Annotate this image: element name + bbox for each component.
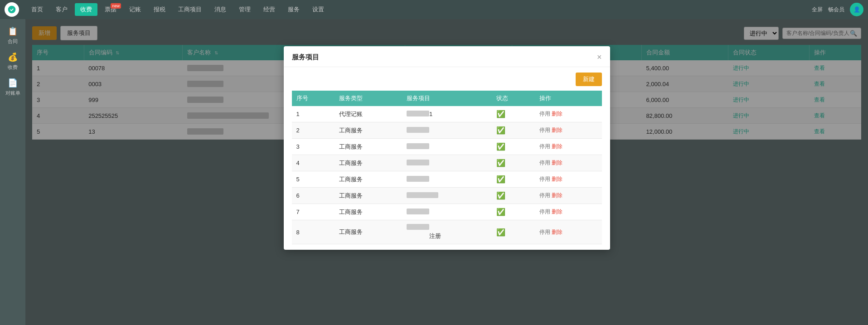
modal-cell-type: 代理记账 (335, 106, 402, 122)
modal-cell-status: ✅ (492, 204, 535, 220)
modal-table-wrap[interactable]: 序号 服务类型 服务项目 状态 操作 1 代理记账 ████11 ✅ 停用 (292, 91, 602, 244)
nav-item-message[interactable]: 消息 (209, 3, 232, 16)
sidebar: 📋 合同 💰 收费 📄 对账单 (0, 19, 25, 325)
sidebar-item-contract-label: 合同 (8, 38, 18, 45)
modal-cell-no: 1 (292, 106, 335, 122)
stop-button[interactable]: 停用 (539, 110, 550, 118)
modal-cell-no: 4 (292, 155, 335, 171)
nav-item-business[interactable]: 经营 (258, 3, 281, 16)
modal-table-row: 6 工商服务 ████████ ✅ 停用 删除 (292, 188, 602, 204)
stop-button[interactable]: 停用 (539, 228, 550, 236)
modal-cell-action[interactable]: 停用 删除 (535, 220, 602, 244)
stop-button[interactable]: 停用 (539, 126, 550, 134)
nav-menu: 首页 客户 收费 票据 new 记账 报税 工商项目 消息 管理 经营 服务 设… (26, 3, 812, 16)
delete-button[interactable]: 删除 (552, 228, 563, 236)
modal-cell-status: ✅ (492, 188, 535, 204)
modal-table-row: 5 工商服务 ████ ✅ 停用 删除 (292, 171, 602, 188)
sidebar-item-charge-label: 收费 (8, 64, 18, 71)
modal-close-button[interactable]: × (597, 53, 602, 62)
modal-toolbar: 新建 (292, 73, 602, 86)
modal-table-row: 3 工商服务 ████ ✅ 停用 删除 (292, 139, 602, 155)
modal-service-table: 序号 服务类型 服务项目 状态 操作 1 代理记账 ████11 ✅ 停用 (292, 91, 602, 244)
sidebar-item-reconcile-label: 对账单 (5, 90, 20, 97)
modal-header: 服务项目 × (284, 46, 610, 67)
modal-body: 新建 序号 服务类型 服务项目 状态 操作 (284, 67, 610, 250)
modal-cell-status: ✅ (492, 122, 535, 139)
nav-item-home[interactable]: 首页 (26, 3, 48, 16)
stop-button[interactable]: 停用 (539, 192, 550, 199)
modal-cell-no: 6 (292, 188, 335, 204)
modal-cell-action[interactable]: 停用 删除 (535, 171, 602, 188)
nav-item-settings[interactable]: 设置 (307, 3, 330, 16)
nav-item-bizproject[interactable]: 工商项目 (173, 3, 207, 16)
modal-cell-type: 工商服务 (335, 122, 402, 139)
delete-button[interactable]: 删除 (552, 159, 563, 167)
nav-item-manage[interactable]: 管理 (233, 3, 256, 16)
modal-cell-type: 工商服务 (335, 188, 402, 204)
modal-col-no: 序号 (292, 91, 335, 106)
modal-cell-no: 8 (292, 220, 335, 244)
delete-button[interactable]: 删除 (552, 110, 563, 118)
nav-item-charge[interactable]: 收费 (75, 3, 97, 16)
fullscreen-label[interactable]: 全屏 (812, 6, 823, 14)
delete-button[interactable]: 删除 (552, 175, 563, 183)
app-logo (5, 2, 19, 17)
charge-icon: 💰 (8, 52, 18, 62)
modal-cell-action[interactable]: 停用 删除 (535, 139, 602, 155)
modal-cell-status: ✅ (492, 155, 535, 171)
nav-right-area: 全屏 畅会员 👤 (812, 3, 863, 16)
modal-cell-action[interactable]: 停用 删除 (535, 106, 602, 122)
sidebar-item-contract[interactable]: 📋 合同 (1, 24, 24, 47)
modal-cell-item: ████注册注册 (402, 220, 492, 244)
user-avatar[interactable]: 👤 (850, 3, 863, 16)
nav-item-invoice[interactable]: 票据 new (99, 3, 122, 16)
modal-cell-status: ✅ (492, 220, 535, 244)
delete-button[interactable]: 删除 (552, 192, 563, 199)
modal-table-row: 8 工商服务 ████注册注册 ✅ 停用 删除 (292, 220, 602, 244)
modal-cell-type: 工商服务 (335, 220, 402, 244)
modal-cell-no: 7 (292, 204, 335, 220)
modal-cell-item: ████ (402, 122, 492, 139)
modal-cell-action[interactable]: 停用 删除 (535, 204, 602, 220)
sidebar-item-reconcile[interactable]: 📄 对账单 (1, 75, 24, 99)
stop-button[interactable]: 停用 (539, 159, 550, 167)
stop-button[interactable]: 停用 (539, 208, 550, 216)
modal-cell-item: ████ (402, 155, 492, 171)
service-modal: 服务项目 × 新建 序号 服务类型 服务项目 (284, 46, 610, 250)
stop-button[interactable]: 停用 (539, 175, 550, 183)
member-label[interactable]: 畅会员 (828, 6, 844, 14)
sidebar-item-charge[interactable]: 💰 收费 (1, 49, 24, 73)
modal-col-item: 服务项目 (402, 91, 492, 106)
modal-cell-action[interactable]: 停用 删除 (535, 188, 602, 204)
new-badge: new (111, 3, 121, 9)
modal-col-action: 操作 (535, 91, 602, 106)
nav-item-bookkeeping[interactable]: 记账 (124, 3, 146, 16)
delete-button[interactable]: 删除 (552, 126, 563, 134)
modal-cell-no: 5 (292, 171, 335, 188)
delete-button[interactable]: 删除 (552, 208, 563, 216)
content-area: 新增 服务项目 进行中 已完成 已终止 🔍 序号 合同编码 ⇅ (25, 19, 868, 325)
modal-cell-item: ████ (402, 171, 492, 188)
modal-new-button[interactable]: 新建 (576, 73, 602, 86)
modal-cell-action[interactable]: 停用 删除 (535, 122, 602, 139)
modal-table-row: 2 工商服务 ████ ✅ 停用 删除 (292, 122, 602, 139)
stop-button[interactable]: 停用 (539, 143, 550, 150)
modal-col-status: 状态 (492, 91, 535, 106)
modal-cell-item: ████ (402, 204, 492, 220)
nav-item-service[interactable]: 服务 (282, 3, 305, 16)
modal-cell-no: 3 (292, 139, 335, 155)
modal-overlay: 服务项目 × 新建 序号 服务类型 服务项目 (25, 19, 868, 325)
modal-cell-status: ✅ (492, 139, 535, 155)
modal-table-row: 7 工商服务 ████ ✅ 停用 删除 (292, 204, 602, 220)
main-layout: 📋 合同 💰 收费 📄 对账单 新增 服务项目 进行中 已完成 已终止 (0, 19, 868, 325)
modal-col-type: 服务类型 (335, 91, 402, 106)
nav-item-customer[interactable]: 客户 (50, 3, 73, 16)
delete-button[interactable]: 删除 (552, 143, 563, 150)
modal-cell-status: ✅ (492, 171, 535, 188)
top-navigation: 首页 客户 收费 票据 new 记账 报税 工商项目 消息 管理 经营 服务 设… (0, 0, 868, 19)
nav-item-tax[interactable]: 报税 (148, 3, 171, 16)
modal-cell-action[interactable]: 停用 删除 (535, 155, 602, 171)
modal-cell-type: 工商服务 (335, 171, 402, 188)
modal-cell-no: 2 (292, 122, 335, 139)
modal-cell-type: 工商服务 (335, 204, 402, 220)
